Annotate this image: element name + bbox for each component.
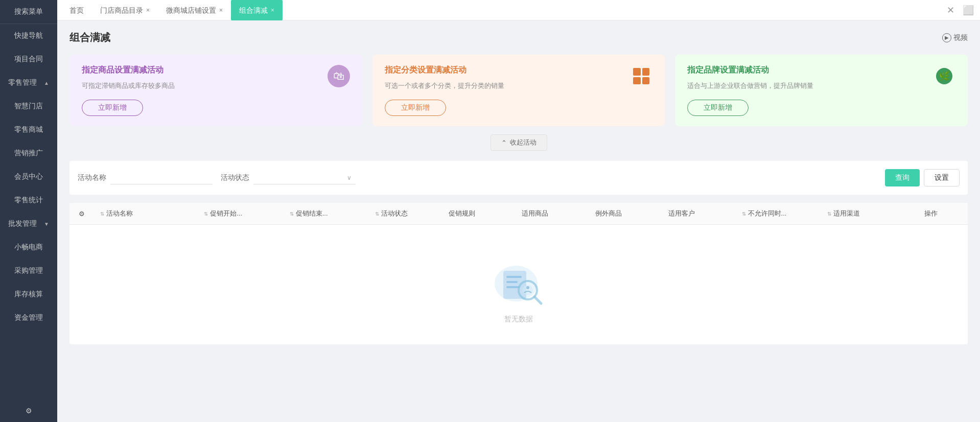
sidebar-item-label: 小畅电商: [14, 243, 43, 252]
product-card-add-button[interactable]: 立即新增: [82, 100, 143, 116]
svg-rect-1: [503, 271, 526, 299]
th-label: 活动状态: [381, 209, 408, 218]
th-goods: 适用商品: [516, 209, 589, 218]
tab-close-icon[interactable]: ×: [271, 0, 274, 20]
filter-name-input[interactable]: [110, 172, 213, 184]
sidebar-item-xiaochang-ecom[interactable]: 小畅电商: [0, 236, 57, 259]
svg-rect-3: [506, 281, 518, 283]
video-label: 视频: [953, 33, 968, 42]
th-promo-end[interactable]: ⇅ 促销结束...: [284, 209, 369, 218]
empty-state: 暂无数据: [69, 225, 968, 344]
sidebar-item-wholesale-mgmt[interactable]: 批发管理 ▼: [0, 212, 57, 236]
empty-state-text: 暂无数据: [504, 315, 533, 324]
filter-status-label: 活动状态: [221, 173, 249, 182]
sidebar-item-label: 零售管理: [8, 78, 37, 87]
sidebar-item-smart-store[interactable]: 智慧门店: [0, 95, 57, 118]
svg-point-8: [526, 286, 529, 289]
filter-status-item: 活动状态 ∨: [221, 172, 356, 184]
sort-icon: ⇅: [100, 211, 104, 217]
th-status[interactable]: ⇅ 活动状态: [369, 209, 442, 218]
tab-wechat-store-settings[interactable]: 微商城店铺设置 ×: [158, 0, 231, 20]
sidebar-item-project-contract[interactable]: 项目合同: [0, 48, 57, 71]
th-label: 活动名称: [106, 209, 133, 218]
grid-icon: [633, 68, 649, 84]
gear-icon: ⚙: [79, 210, 85, 218]
sort-icon: ⇅: [204, 211, 208, 217]
setting-button[interactable]: 设置: [924, 169, 960, 186]
th-actions: 操作: [894, 209, 968, 218]
promo-cards-row: 🛍 指定商品设置满减活动 可指定滞销商品或库存较多商品 立即新增 指定分类设置满…: [69, 55, 968, 126]
sidebar-item-label: 零售统计: [14, 196, 43, 205]
tab-close-icon[interactable]: ×: [146, 0, 150, 20]
tab-label: 微商城店铺设置: [166, 0, 216, 20]
tab-combo-discount[interactable]: 组合满减 ×: [231, 0, 283, 20]
sidebar-item-label: 快捷导航: [14, 31, 43, 40]
chevron-up-icon: ⌃: [501, 139, 507, 147]
window-close-button[interactable]: ✕: [945, 5, 956, 16]
th-customer: 适用客户: [662, 209, 736, 218]
th-gear[interactable]: ⚙: [69, 210, 94, 218]
filter-row: 活动名称 活动状态 ∨ 查询 设置: [69, 161, 968, 195]
th-name[interactable]: ⇅ 活动名称: [94, 209, 198, 218]
category-promo-card: 指定分类设置满减活动 可选一个或者多个分类，提升分类的销量 立即新增: [372, 55, 665, 126]
tab-actions: ✕ ⬜: [945, 5, 976, 16]
page-header: 组合满减 ▶ 视频: [69, 31, 968, 44]
content-area: 组合满减 ▶ 视频 🛍 指定商品设置满减活动 可指定滞销商品或库存较多商品 立即…: [57, 20, 980, 422]
sidebar-item-label: 智慧门店: [14, 102, 43, 111]
sidebar-item-retail-stats[interactable]: 零售统计: [0, 189, 57, 212]
th-rule: 促销规则: [442, 209, 516, 218]
sort-icon: ⇅: [290, 211, 294, 217]
video-link[interactable]: ▶ 视频: [942, 33, 968, 42]
tab-close-icon[interactable]: ×: [219, 0, 223, 20]
category-card-icon: [630, 65, 652, 87]
th-label: 适用渠道: [833, 209, 860, 218]
product-card-icon: 🛍: [328, 65, 350, 87]
sidebar-item-quick-nav[interactable]: 快捷导航: [0, 24, 57, 48]
filter-name-label: 活动名称: [78, 173, 106, 182]
product-promo-card: 🛍 指定商品设置满减活动 可指定滞销商品或库存较多商品 立即新增: [69, 55, 362, 126]
tab-label: 门店商品目录: [100, 0, 143, 20]
tab-label: 组合满减: [239, 0, 268, 20]
category-card-add-button[interactable]: 立即新增: [385, 100, 446, 116]
th-no-concurrent[interactable]: ⇅ 不允许同时...: [736, 209, 821, 218]
sidebar-item-retail-mall[interactable]: 零售商城: [0, 118, 57, 142]
th-label: 操作: [924, 209, 938, 218]
category-card-desc: 可选一个或者多个分类，提升分类的销量: [385, 81, 653, 91]
query-button[interactable]: 查询: [885, 169, 920, 186]
brand-card-title: 指定品牌设置满减活动: [687, 65, 955, 76]
tab-store-catalog[interactable]: 门店商品目录 ×: [92, 0, 158, 20]
table-header: ⚙ ⇅ 活动名称 ⇅ 促销开始... ⇅ 促销结束... ⇅ 活动状态: [69, 203, 968, 225]
category-card-title: 指定分类设置满减活动: [385, 65, 653, 76]
sidebar-item-inventory[interactable]: 库存核算: [0, 283, 57, 306]
svg-rect-2: [506, 276, 522, 278]
collapse-row: ⌃ 收起活动: [69, 134, 968, 151]
filter-status-select[interactable]: [253, 172, 356, 184]
th-label: 不允许同时...: [748, 209, 787, 218]
collapse-activities-button[interactable]: ⌃ 收起活动: [491, 134, 547, 151]
th-label: 促销规则: [449, 209, 475, 218]
product-card-desc: 可指定滞销商品或库存较多商品: [82, 81, 350, 91]
sidebar-item-marketing[interactable]: 营销推广: [0, 142, 57, 165]
th-channel[interactable]: ⇅ 适用渠道: [821, 209, 895, 218]
th-exception: 例外商品: [589, 209, 663, 218]
sidebar-item-retail-mgmt[interactable]: 零售管理 ▲: [0, 71, 57, 95]
gear-icon: ⚙: [26, 407, 32, 415]
brand-card-add-button[interactable]: 立即新增: [687, 100, 749, 116]
sidebar-item-purchase-mgmt[interactable]: 采购管理: [0, 259, 57, 283]
play-icon: ▶: [942, 33, 951, 42]
sidebar-item-finance-mgmt[interactable]: 资金管理: [0, 306, 57, 330]
svg-line-7: [534, 297, 541, 303]
th-label: 适用商品: [522, 209, 548, 218]
page-title: 组合满减: [69, 31, 110, 44]
svg-rect-4: [506, 286, 520, 288]
collapse-btn-label: 收起活动: [510, 138, 536, 147]
sidebar-item-member-center[interactable]: 会员中心: [0, 165, 57, 189]
tab-home[interactable]: 首页: [61, 0, 92, 20]
th-label: 促销结束...: [296, 209, 328, 218]
sidebar-search[interactable]: 搜索菜单: [0, 0, 57, 24]
data-table: ⚙ ⇅ 活动名称 ⇅ 促销开始... ⇅ 促销结束... ⇅ 活动状态: [69, 203, 968, 344]
sidebar-item-label: 项目合同: [14, 55, 43, 64]
window-maximize-button[interactable]: ⬜: [961, 5, 976, 16]
th-promo-start[interactable]: ⇅ 促销开始...: [198, 209, 283, 218]
sidebar-settings[interactable]: ⚙: [0, 400, 57, 422]
